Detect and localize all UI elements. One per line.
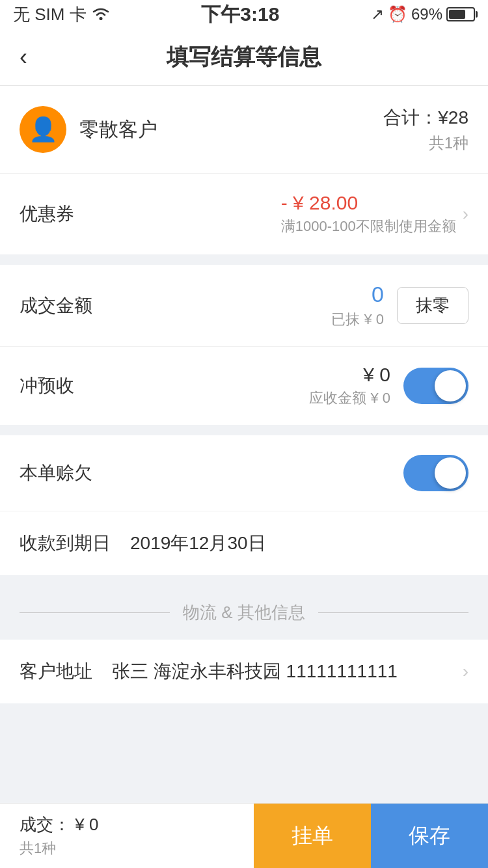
chevron-right-icon: › [463, 204, 468, 224]
transaction-value[interactable]: 0 [331, 282, 384, 307]
transaction-value-group: 0 已抹 ¥ 0 [331, 282, 384, 329]
debit-label: 本单赊欠 [20, 461, 92, 485]
logistics-text: 物流 & 其他信息 [183, 601, 305, 624]
debit-section: 本单赊欠 收款到期日 2019年12月30日 [0, 435, 488, 575]
logistics-divider: 物流 & 其他信息 [0, 586, 488, 640]
address-section: 客户地址 张三 海淀永丰科技园 11111111111 › [0, 640, 488, 703]
battery-icon [446, 7, 475, 21]
alarm-icon: ⏰ [388, 5, 407, 23]
bottom-chengjiao: 成交： ¥ 0 [20, 813, 234, 836]
address-value: 张三 海淀永丰科技园 11111111111 [112, 659, 463, 684]
coupon-right: - ¥ 28.00 满1000-100不限制使用金额 › [281, 192, 468, 236]
page-title: 填写结算等信息 [167, 42, 321, 72]
avatar: 👤 [20, 106, 66, 153]
coupon-value: - ¥ 28.00 [281, 192, 456, 214]
debit-toggle[interactable] [403, 455, 468, 491]
prepayment-label: 冲预收 [20, 373, 74, 398]
transaction-right: 0 已抹 ¥ 0 抹零 [331, 282, 468, 329]
status-time: 下午3:18 [201, 1, 279, 28]
prepayment-amounts: ¥ 0 应收金额 ¥ 0 [309, 364, 390, 408]
prepayment-sub: 应收金额 ¥ 0 [309, 388, 390, 408]
back-button[interactable]: ‹ [20, 44, 27, 71]
transaction-amount-row: 成交金额 0 已抹 ¥ 0 抹零 [0, 265, 488, 347]
customer-total: 合计：¥28 共1种 [383, 105, 468, 154]
location-icon: ↗ [371, 5, 384, 23]
hangdan-button[interactable]: 挂单 [254, 804, 371, 868]
bottom-info: 成交： ¥ 0 共1种 [0, 804, 254, 868]
customer-name: 零散客户 [79, 116, 157, 143]
baocun-button[interactable]: 保存 [371, 804, 488, 868]
address-label: 客户地址 [20, 659, 92, 684]
sim-status: 无 SIM 卡 [13, 3, 87, 26]
status-left: 无 SIM 卡 [13, 3, 110, 26]
transaction-label: 成交金额 [20, 293, 92, 318]
toggle-knob [435, 370, 466, 401]
divider-line-left [20, 612, 170, 613]
customer-section: 👤 零散客户 合计：¥28 共1种 优惠券 - ¥ 28.00 满1000-10… [0, 86, 488, 254]
coupon-row[interactable]: 优惠券 - ¥ 28.00 满1000-100不限制使用金额 › [0, 173, 488, 254]
total-count: 共1种 [383, 133, 468, 154]
coupon-info: - ¥ 28.00 满1000-100不限制使用金额 [281, 192, 456, 236]
battery-percent: 69% [411, 5, 442, 23]
transaction-sub: 已抹 ¥ 0 [331, 310, 384, 329]
bottom-count: 共1种 [20, 839, 234, 858]
address-row[interactable]: 客户地址 张三 海淀永丰科技园 11111111111 › [0, 640, 488, 703]
prepayment-row: 冲预收 ¥ 0 应收金额 ¥ 0 [0, 347, 488, 425]
nav-bar: ‹ 填写结算等信息 [0, 29, 488, 86]
address-chevron-icon: › [463, 661, 468, 682]
debit-toggle-knob [435, 457, 466, 489]
transaction-section: 成交金额 0 已抹 ¥ 0 抹零 冲预收 ¥ 0 应收金额 ¥ 0 [0, 265, 488, 425]
due-date-value[interactable]: 2019年12月30日 [130, 531, 266, 556]
coupon-desc: 满1000-100不限制使用金额 [281, 217, 456, 236]
coupon-label: 优惠券 [20, 202, 74, 226]
prepayment-right: ¥ 0 应收金额 ¥ 0 [309, 364, 468, 408]
status-right: ↗ ⏰ 69% [371, 5, 475, 23]
bottom-bar: 成交： ¥ 0 共1种 挂单 保存 [0, 803, 488, 868]
due-date-label: 收款到期日 [20, 531, 111, 556]
divider-line-right [318, 612, 468, 613]
debit-row: 本单赊欠 [0, 435, 488, 511]
customer-row: 👤 零散客户 合计：¥28 共1种 [0, 86, 488, 173]
status-bar: 无 SIM 卡 下午3:18 ↗ ⏰ 69% [0, 0, 488, 29]
due-date-row: 收款到期日 2019年12月30日 [0, 511, 488, 575]
svg-point-0 [99, 17, 102, 20]
prepayment-main: ¥ 0 [309, 364, 390, 386]
total-amount: 合计：¥28 [383, 105, 468, 130]
customer-info: 👤 零散客户 [20, 106, 157, 153]
round-button[interactable]: 抹零 [397, 287, 468, 324]
avatar-icon: 👤 [29, 116, 58, 143]
wifi-icon [92, 5, 110, 25]
prepayment-toggle[interactable] [403, 368, 468, 404]
